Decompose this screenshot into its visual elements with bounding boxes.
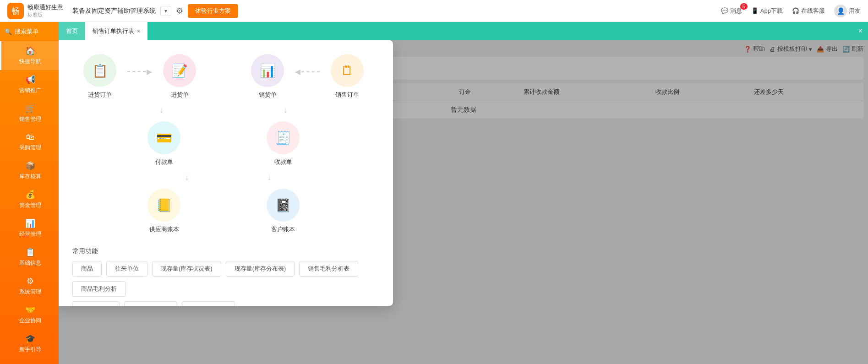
sidebar-item-system[interactable]: ⚙ 系统管理: [0, 272, 59, 300]
inventory-icon: 📦: [25, 161, 35, 171]
purchase-order-circle[interactable]: 📋: [83, 54, 116, 87]
receipt-bill-label: 收款单: [274, 158, 292, 166]
arrow-purchase-order-to-bill: ▶: [127, 67, 152, 86]
arrow-sale-bill-down: ↓: [269, 105, 302, 115]
top-bar-right: 💬 消息 5 📱 App下载 🎧 在线客服 👤 用友: [721, 5, 861, 17]
sidebar-item-finance[interactable]: 💰 资金管理: [0, 185, 59, 214]
sales-icon: 🛒: [25, 103, 35, 114]
logo-area: 畅 畅康通好生意 标准版: [7, 3, 63, 19]
flow-row-arrows-2: ↓ ↓: [72, 171, 375, 184]
common-functions-section: 常用功能 商品 往来单位 现存量(库存状况表) 现存量(库存分布表) 销售毛利分…: [59, 247, 393, 306]
func-row-1: 商品 往来单位 现存量(库存状况表) 现存量(库存分布表) 销售毛利分析表 商品…: [72, 261, 375, 297]
modal-overlay: 📋 进货订单 ▶ 📝: [59, 40, 868, 364]
sidebar-search-button[interactable]: 🔍 搜索菜单: [0, 22, 59, 41]
enterprise-icon: 🤝: [25, 305, 35, 315]
sidebar-item-operation[interactable]: 📊 经营管理: [0, 214, 59, 243]
func-btn-product-profit[interactable]: 商品毛利分析: [72, 281, 126, 297]
payment-bill-circle[interactable]: 💳: [147, 121, 180, 154]
purchase-icon: 🛍: [26, 132, 34, 142]
supplier-ledger-circle[interactable]: 📒: [147, 189, 180, 222]
flow-row-2: 💳 付款单 🧾 收款单: [72, 121, 375, 166]
flow-node-supplier-ledger: 📒 供应商账本: [136, 189, 191, 234]
sidebar-item-enterprise[interactable]: 🤝 企业协同: [0, 300, 59, 329]
supplier-ledger-label: 供应商账本: [149, 225, 179, 234]
top-bar-left: 畅 畅康通好生意 标准版 装备及固定资产辅助管理系统 ▾ ⚙ 体验行业方案: [7, 3, 238, 19]
flow-node-receipt-bill: 🧾 收款单: [256, 121, 311, 166]
customer-ledger-label: 客户账本: [271, 225, 295, 234]
receipt-bill-circle[interactable]: 🧾: [267, 121, 300, 154]
sidebar-item-quick-nav[interactable]: 🏠 快捷导航: [0, 41, 59, 70]
sale-order-circle[interactable]: 🗒: [331, 54, 364, 87]
sidebar-item-marketing[interactable]: 📢 营销推广: [0, 70, 59, 99]
sys-dropdown-button[interactable]: ▾: [160, 6, 171, 16]
marketing-icon: 📢: [25, 75, 35, 85]
sidebar-item-guide[interactable]: 🎓 新手引导: [0, 329, 59, 358]
operation-icon: 📊: [25, 218, 35, 228]
payment-bill-label: 付款单: [155, 158, 173, 166]
flow-node-purchase-bill: 📝 进货单: [152, 54, 207, 99]
customer-ledger-circle[interactable]: 📓: [267, 189, 300, 222]
tab-close-icon[interactable]: ×: [137, 28, 140, 34]
func-btn-sales-profit[interactable]: 销售毛利分析表: [299, 261, 358, 277]
sidebar-item-purchase[interactable]: 🛍 采购管理: [0, 128, 59, 156]
home-icon: 🏠: [25, 46, 35, 56]
arrow-receipt-bill-down: ↓: [253, 173, 286, 182]
flow-row-arrows: ↓ ↓: [72, 103, 375, 117]
flow-row-3: 📒 供应商账本 📓 客户账本: [72, 189, 375, 234]
main-content: 🔍 搜索菜单 🏠 快捷导航 📢 营销推广 🛒 销售管理 🛍 采购管理 📦: [0, 22, 868, 364]
page-area: 首页 销售订单执行表 × × ❓ 帮助: [59, 22, 868, 364]
sidebar-item-sales[interactable]: 🛒 销售管理: [0, 99, 59, 128]
avatar: 👤: [834, 5, 847, 17]
purchase-order-label: 进货订单: [88, 91, 112, 99]
func-btn-receipt-stat[interactable]: 收款情况统计: [124, 301, 177, 306]
app-container: 畅 畅康通好生意 标准版 装备及固定资产辅助管理系统 ▾ ⚙ 体验行业方案 💬 …: [0, 0, 868, 364]
flow-node-customer-ledger: 📓 客户账本: [256, 189, 311, 234]
flow-node-sale-bill: 📊 销货单: [240, 54, 295, 99]
message-badge: 5: [740, 3, 748, 10]
arrow-purchase-bill-down: ↓: [145, 105, 178, 115]
user-menu-button[interactable]: 👤 用友: [834, 5, 861, 17]
func-btn-partner[interactable]: 往来单位: [106, 261, 147, 277]
purchase-bill-circle[interactable]: 📝: [163, 54, 196, 87]
func-btn-stock-dist[interactable]: 现存量(库存分布表): [226, 261, 295, 277]
sale-bill-circle[interactable]: 📊: [251, 54, 284, 87]
tab-bar: 首页 销售订单执行表 × ×: [59, 22, 868, 40]
arrow-payment-bill-down: ↓: [170, 173, 203, 182]
logo-icon: 畅: [7, 3, 24, 19]
guide-icon: 🎓: [25, 334, 35, 344]
content-wrapper: ❓ 帮助 🖨 按模板打印 ▾ 📤 导出 🔄 刷新: [59, 40, 868, 364]
flow-section: 📋 进货订单 ▶ 📝: [59, 40, 393, 247]
func-btn-sales-rank[interactable]: 销售排行榜: [72, 301, 120, 306]
message-button[interactable]: 💬 消息 5: [721, 7, 742, 15]
service-icon: 🎧: [792, 7, 799, 14]
flow-row-1: 📋 进货订单 ▶ 📝: [72, 54, 375, 99]
sys-title: 装备及固定资产辅助管理系统: [72, 7, 156, 15]
top-bar: 畅 畅康通好生意 标准版 装备及固定资产辅助管理系统 ▾ ⚙ 体验行业方案 💬 …: [0, 0, 868, 22]
sale-bill-label: 销货单: [259, 91, 277, 99]
sidebar-item-basic[interactable]: 📋 基础信息: [0, 243, 59, 272]
func-row-2: 销售排行榜 收款情况统计 付款情况统计: [72, 301, 375, 306]
sale-order-label: 销售订单: [335, 91, 359, 99]
func-btn-product[interactable]: 商品: [72, 261, 102, 277]
func-btn-stock-status[interactable]: 现存量(库存状况表): [152, 261, 221, 277]
tab-bar-end: ×: [858, 27, 868, 35]
download-icon: 📱: [751, 7, 759, 14]
tab-home[interactable]: 首页: [59, 22, 85, 40]
func-btn-payment-stat[interactable]: 付款情况统计: [182, 301, 235, 306]
online-service-button[interactable]: 🎧 在线客服: [792, 7, 825, 15]
app-download-button[interactable]: 📱 App下载: [751, 7, 783, 15]
flow-node-sale-order: 🗒 销售订单: [320, 54, 375, 99]
quick-nav-modal: 📋 进货订单 ▶ 📝: [59, 40, 393, 306]
finance-icon: 💰: [25, 190, 35, 200]
try-industry-button[interactable]: 体验行业方案: [188, 4, 238, 18]
basic-icon: 📋: [25, 247, 35, 257]
search-icon: 🔍: [5, 28, 12, 35]
close-all-button[interactable]: ×: [858, 27, 863, 35]
sidebar-item-inventory[interactable]: 📦 库存核算: [0, 156, 59, 185]
tab-sales-order[interactable]: 销售订单执行表 ×: [85, 22, 147, 40]
sidebar: 🔍 搜索菜单 🏠 快捷导航 📢 营销推广 🛒 销售管理 🛍 采购管理 📦: [0, 22, 59, 364]
settings-icon-button[interactable]: ⚙: [176, 6, 183, 16]
flow-node-payment-bill: 💳 付款单: [136, 121, 191, 166]
purchase-bill-label: 进货单: [171, 91, 189, 99]
system-icon: ⚙: [27, 276, 34, 286]
